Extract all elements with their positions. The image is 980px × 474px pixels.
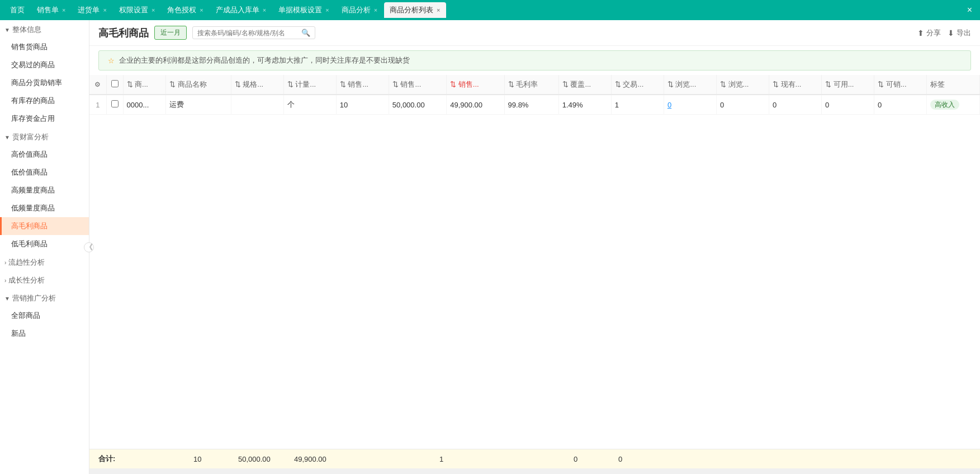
tab-analysis-list[interactable]: 商品分析列表 × — [384, 2, 446, 18]
sidebar-item-capital-occupy[interactable]: 库存资金占用 — [0, 110, 89, 128]
footer-available: 0 — [615, 455, 660, 463]
tab-role[interactable]: 角色授权 × — [162, 2, 209, 18]
row-checkbox[interactable] — [111, 100, 119, 107]
table-container[interactable]: ⚙ ⇅ 商... ⇅ 商品名称 ⇅ 规格... ⇅ 计量... ⇅ 销售... … — [89, 75, 980, 449]
tab-sales[interactable]: 销售单 × — [31, 2, 71, 18]
cell-browse1[interactable]: 0 — [664, 95, 716, 115]
sidebar-wrapper: ▼ 整体信息 销售货商品 交易过的商品 商品分贡助销率 有库存的商品 库存资金占… — [0, 20, 89, 474]
tab-purchase-close[interactable]: × — [103, 7, 106, 13]
search-box: 🔍 — [192, 26, 315, 39]
sidebar-item-in-stock[interactable]: 有库存的商品 — [0, 92, 89, 110]
sidebar-item-all-goods[interactable]: 全部商品 — [0, 307, 89, 325]
sidebar: ▼ 整体信息 销售货商品 交易过的商品 商品分贡助销率 有库存的商品 库存资金占… — [0, 20, 89, 474]
sidebar-item-low-freq[interactable]: 低频量度商品 — [0, 199, 89, 217]
col-sales-amount[interactable]: ⇅ 销售... — [389, 75, 446, 95]
sidebar-section-wealth[interactable]: ▼ 贡财富分析 — [0, 128, 89, 146]
tab-sales-close[interactable]: × — [62, 7, 65, 13]
top-navigation: 首页 销售单 × 进货单 × 权限设置 × 角色授权 × 产成品入库单 × 单据… — [0, 0, 980, 20]
share-icon: ⬆ — [917, 29, 924, 37]
tab-permission-close[interactable]: × — [152, 7, 155, 13]
cell-available: 0 — [822, 95, 874, 115]
cell-name: 运费 — [166, 95, 231, 115]
wealth-arrow: ▼ — [4, 134, 10, 140]
tab-analysis-list-label: 商品分析列表 — [390, 5, 433, 15]
tab-role-close[interactable]: × — [200, 7, 203, 13]
col-spec[interactable]: ⇅ 规格... — [231, 75, 283, 95]
col-available[interactable]: ⇅ 可用... — [822, 75, 874, 95]
sidebar-section-overall[interactable]: ▼ 整体信息 — [0, 20, 89, 38]
bottom-scrollbar[interactable] — [89, 468, 980, 474]
sidebar-section-growth[interactable]: › 成长性分析 — [0, 271, 89, 289]
growth-label: 成长性分析 — [8, 275, 45, 285]
tab-analysis-list-close[interactable]: × — [437, 7, 440, 13]
tab-product-entry[interactable]: 产成品入库单 × — [210, 2, 272, 18]
sidebar-section-marketing[interactable]: ▼ 营销推广分析 — [0, 289, 89, 307]
sidebar-item-new-goods[interactable]: 新品 — [0, 325, 89, 342]
info-text: 企业的主要的利润都是这部分商品创造的，可考虑加大推广，同时关注库存是不要出现缺货 — [119, 55, 410, 65]
close-all-tabs[interactable]: × — [964, 5, 976, 15]
col-settings[interactable]: ⚙ — [89, 75, 106, 95]
tab-purchase[interactable]: 进货单 × — [72, 2, 112, 18]
col-tag[interactable]: 标签 — [927, 75, 980, 95]
marketing-label: 营销推广分析 — [12, 293, 56, 303]
tab-home[interactable]: 首页 — [4, 2, 30, 18]
content-header: 高毛利商品 近一月 🔍 ⬆ 分享 ⬇ 导出 — [89, 20, 980, 46]
footer-total: 合计: 10 50,000.00 49,900.00 1 0 0 — [89, 449, 980, 468]
footer-sales-qty: 10 — [190, 455, 235, 463]
table-header-row: ⚙ ⇅ 商... ⇅ 商品名称 ⇅ 规格... ⇅ 计量... ⇅ 销售... … — [89, 75, 980, 95]
overall-label: 整体信息 — [12, 25, 41, 35]
col-checkbox — [106, 75, 123, 95]
tab-sales-label: 销售单 — [37, 5, 59, 15]
col-code[interactable]: ⇅ 商... — [123, 75, 166, 95]
select-all-checkbox[interactable] — [111, 80, 119, 87]
col-browse2[interactable]: ⇅ 浏览... — [716, 75, 769, 95]
sidebar-item-low-value[interactable]: 低价值商品 — [0, 163, 89, 181]
tab-template[interactable]: 单据模板设置 × — [273, 2, 334, 18]
sidebar-item-high-freq[interactable]: 高频量度商品 — [0, 181, 89, 199]
cell-checkbox[interactable] — [106, 95, 123, 115]
col-sales-profit[interactable]: ⇅ 销售... — [447, 75, 504, 95]
col-name[interactable]: ⇅ 商品名称 — [166, 75, 231, 95]
search-input[interactable] — [197, 29, 298, 37]
page-title: 高毛利商品 — [98, 26, 149, 40]
overall-arrow: ▼ — [4, 27, 10, 33]
col-unit[interactable]: ⇅ 计量... — [283, 75, 336, 95]
col-browse1[interactable]: ⇅ 浏览... — [664, 75, 716, 95]
filter-recent-month-button[interactable]: 近一月 — [154, 26, 187, 40]
tab-analysis[interactable]: 商品分析 × — [336, 2, 383, 18]
cell-index: 1 — [89, 95, 106, 115]
col-trade[interactable]: ⇅ 交易... — [611, 75, 664, 95]
footer-total-label: 合计: — [89, 454, 190, 464]
footer-spacer3 — [481, 455, 525, 463]
search-icon[interactable]: 🔍 — [301, 29, 310, 37]
sidebar-section-trend[interactable]: › 流趋性分析 — [0, 253, 89, 271]
cell-current-stock: 0 — [769, 95, 821, 115]
sidebar-item-traded-goods[interactable]: 交易过的商品 — [0, 56, 89, 74]
cell-code: 0000... — [123, 95, 166, 115]
tab-analysis-close[interactable]: × — [374, 7, 377, 13]
cell-sales-profit: 49,900.00 — [447, 95, 504, 115]
export-button[interactable]: ⬇ 导出 — [948, 28, 971, 38]
sidebar-item-low-margin[interactable]: 低毛利商品 — [0, 235, 89, 253]
growth-arrow: › — [4, 278, 6, 284]
data-table: ⚙ ⇅ 商... ⇅ 商品名称 ⇅ 规格... ⇅ 计量... ⇅ 销售... … — [89, 75, 980, 115]
sidebar-item-analysis-contrib[interactable]: 商品分贡助销率 — [0, 74, 89, 92]
sidebar-item-sales-goods[interactable]: 销售货商品 — [0, 38, 89, 56]
tab-template-close[interactable]: × — [325, 7, 329, 13]
share-button[interactable]: ⬆ 分享 — [917, 28, 941, 38]
tag-badge: 高收入 — [930, 100, 959, 110]
col-margin-rate[interactable]: ⇅ 毛利率 — [504, 75, 558, 95]
trend-label: 流趋性分析 — [8, 257, 45, 267]
sidebar-item-high-margin[interactable]: 高毛利商品 — [0, 217, 89, 235]
col-sales-qty[interactable]: ⇅ 销售... — [336, 75, 389, 95]
col-coverage[interactable]: ⇅ 覆盖... — [558, 75, 611, 95]
tab-product-entry-close[interactable]: × — [263, 7, 266, 13]
col-current-stock[interactable]: ⇅ 现有... — [769, 75, 821, 95]
sidebar-item-high-value[interactable]: 高价值商品 — [0, 146, 89, 163]
sidebar-collapse-button[interactable]: 《 — [84, 242, 94, 252]
cell-margin-rate: 99.8% — [504, 95, 558, 115]
main-layout: ▼ 整体信息 销售货商品 交易过的商品 商品分贡助销率 有库存的商品 库存资金占… — [0, 20, 980, 474]
col-sellable[interactable]: ⇅ 可销... — [874, 75, 927, 95]
tab-permission[interactable]: 权限设置 × — [113, 2, 160, 18]
tab-analysis-label: 商品分析 — [342, 5, 371, 15]
